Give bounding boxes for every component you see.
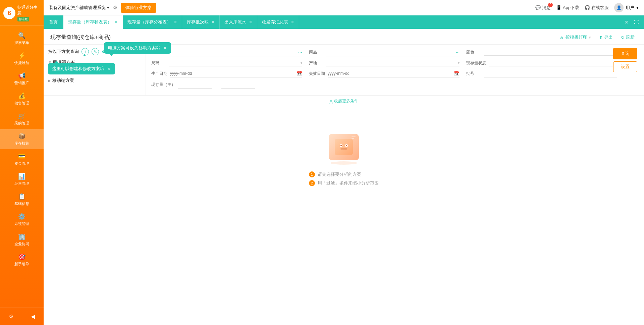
guide-icon: 🎯 (18, 253, 25, 261)
user-chevron-icon: ▾ (636, 5, 639, 10)
tab-close-icon[interactable]: ✕ (211, 20, 215, 24)
filter-row-3: 生产日期 📅 失效日期 📅 批号 (151, 70, 617, 77)
sidebar-bottom: ⚙ ◀ (0, 308, 44, 325)
operations-icon: 📊 (18, 173, 25, 180)
support-btn[interactable]: 🎧 在线客服 (585, 5, 609, 11)
search-icon: 🔍 (18, 32, 25, 39)
message-btn[interactable]: 💬 消息 9 (535, 5, 551, 11)
empty-illustration (329, 134, 359, 165)
sidebar-item-enterprise[interactable]: 🏢 企业协同 (0, 230, 44, 250)
logo-badge: 标准版 (17, 17, 29, 22)
tab-close-icon[interactable]: ✕ (174, 20, 177, 24)
sidebar: 6 畅通道好生意 标准版 🔍 搜索菜单 ⚡ 快捷导航 📢 营销推广 💰 销售管理… (0, 0, 44, 325)
tooltip-close-btn[interactable]: ✕ (163, 45, 167, 51)
tab-batch-ledger-label: 库存批次账 (187, 19, 209, 25)
tab-receipt-summary[interactable]: 收发存汇总表 ✕ (257, 15, 299, 29)
tab-batch-ledger[interactable]: 库存批次账 ✕ (182, 15, 220, 29)
create-tooltip-close-btn[interactable]: ✕ (107, 66, 111, 71)
pc-tooltip-dot (83, 54, 86, 57)
stock-qty-max-input[interactable] (221, 81, 255, 89)
reset-button[interactable]: 设置 (613, 61, 637, 72)
logo-icon: 6 (3, 7, 15, 19)
tab-stock-dist[interactable]: 现存量（库存分布表） ✕ (123, 15, 182, 29)
edit-scheme-btn[interactable]: ✎ (92, 48, 99, 55)
template-print-btn[interactable]: 🖨 按模板打印 ▾ (557, 33, 594, 42)
produce-date-input[interactable] (170, 70, 297, 77)
goods-select[interactable]: ··· (326, 48, 460, 56)
page-actions: 🖨 按模板打印 ▾ ⬆ 导出 ↻ 刷新 (557, 33, 637, 42)
sidebar-item-label: 新手引导 (14, 262, 29, 267)
calendar-icon[interactable]: 📅 (297, 71, 302, 76)
empty-box (329, 134, 359, 160)
user-menu[interactable]: 👤 用户 ▾ (614, 3, 639, 12)
username: 用户 (626, 5, 634, 11)
tab-close-icon[interactable]: ✕ (249, 20, 252, 24)
system-selector[interactable]: 装备及固定资产辅助管理系统 ▾ (49, 5, 109, 11)
avatar: 👤 (614, 3, 624, 12)
sidebar-item-marketing[interactable]: 📢 营销推广 (0, 69, 44, 89)
page-title: 现存量查询(按仓库+商品) (50, 34, 111, 41)
tab-inout-flow[interactable]: 出入库流水 ✕ (220, 15, 257, 29)
tab-close-icon[interactable]: ✕ (291, 20, 294, 24)
sidebar-item-label: 库存核算 (14, 141, 29, 146)
chevron-down-icon: ▾ (589, 35, 591, 40)
finance-icon: 💳 (18, 153, 25, 160)
filter-row-4: 现存量（主） — (151, 81, 272, 89)
sidebar-item-label: 基础信息 (14, 201, 29, 206)
expire-date-label: 失效日期 (309, 71, 325, 76)
more-icon[interactable]: ··· (298, 49, 302, 55)
phone-icon: 📱 (556, 5, 561, 10)
sidebar-item-operations[interactable]: 📊 经营管理 (0, 169, 44, 189)
calendar-icon[interactable]: 📅 (454, 71, 460, 76)
tab-bar-actions: ✕ ⛶ (623, 18, 644, 26)
export-icon: ⬆ (599, 35, 603, 40)
tab-expand-btn[interactable]: ⛶ (633, 18, 640, 26)
tab-stock-status-label: 现存量（库存状况表） (68, 19, 112, 25)
robot-eye-right (345, 144, 348, 147)
sidebar-item-finance[interactable]: 💳 资金管理 (0, 149, 44, 169)
batch-input[interactable] (484, 70, 617, 77)
collapse-btn[interactable]: ⋀ 收起更多条件 (44, 96, 644, 107)
logo-name: 畅通道好生意 (17, 5, 40, 16)
message-icon: 💬 (535, 5, 541, 10)
refresh-btn[interactable]: ↻ 刷新 (618, 33, 637, 42)
filter-batch: 批号 (466, 70, 617, 77)
tab-receipt-summary-label: 收发存汇总表 (262, 19, 288, 25)
gear-icon[interactable]: ⚙ (113, 4, 117, 11)
stock-qty-min-input[interactable] (178, 81, 212, 89)
sidebar-settings-btn[interactable]: ⚙ (7, 311, 15, 322)
origin-label: 产地 (309, 60, 324, 66)
sidebar-item-inventory[interactable]: 📦 库存核算 (0, 129, 44, 149)
header: 装备及固定资产辅助管理系统 ▾ ⚙ 体验行业方案 💬 消息 9 📱 App下载 … (44, 0, 644, 15)
expire-date-input[interactable] (328, 70, 454, 77)
tab-close-icon[interactable]: ✕ (114, 20, 118, 24)
sidebar-item-basic[interactable]: 📋 基础信息 (0, 189, 44, 210)
support-label: 在线客服 (591, 5, 609, 11)
size-select[interactable]: ▾ (169, 60, 302, 66)
sidebar-item-search[interactable]: 🔍 搜索菜单 (0, 29, 44, 49)
mobile-scheme-toggle[interactable]: ▶ 移动端方案 (48, 76, 141, 85)
sidebar-item-system[interactable]: ⚙️ 系统管理 (0, 210, 44, 230)
origin-select[interactable]: ▾ (326, 60, 460, 66)
app-download-btn[interactable]: 📱 App下载 (556, 5, 579, 11)
sidebar-collapse-btn[interactable]: ◀ (29, 311, 37, 322)
mobile-scheme-group: ▶ 移动端方案 (44, 76, 146, 85)
empty-tip-2: 2 用「过滤」条件来缩小分析范围 (309, 180, 379, 186)
tab-stock-status[interactable]: 现存量（库存状况表） ✕ (63, 15, 123, 29)
tab-close-all-btn[interactable]: ✕ (623, 18, 630, 26)
goods-more-icon[interactable]: ··· (456, 49, 460, 55)
export-btn[interactable]: ⬆ 导出 (596, 33, 615, 42)
warehouse-select[interactable]: ··· (169, 48, 302, 56)
filter-row-1: 仓库 ··· 商品 ··· 颜色 (151, 48, 617, 56)
search-button[interactable]: 查询 (613, 48, 637, 59)
sidebar-item-quicknav[interactable]: ⚡ 快捷导航 (0, 49, 44, 69)
sidebar-item-label: 采购管理 (14, 121, 29, 126)
robot-face (335, 139, 353, 155)
sidebar-item-sales[interactable]: 💰 销售管理 (0, 89, 44, 109)
stock-status-select[interactable]: ▾ (489, 60, 617, 66)
color-select[interactable]: ▾ (484, 49, 617, 56)
trial-button[interactable]: 体验行业方案 (121, 3, 156, 13)
sidebar-item-guide[interactable]: 🎯 新手引导 (0, 250, 44, 270)
tab-home[interactable]: 首页 (44, 15, 63, 29)
sidebar-item-purchase[interactable]: 🛒 采购管理 (0, 109, 44, 129)
